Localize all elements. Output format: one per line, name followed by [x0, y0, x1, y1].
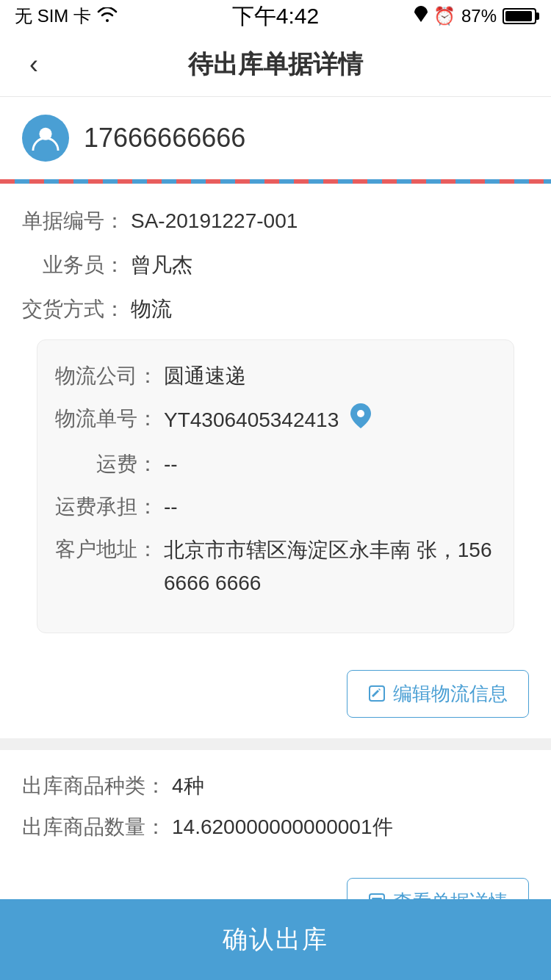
- delivery-method-value: 物流: [125, 294, 529, 325]
- back-button[interactable]: ‹: [22, 42, 46, 87]
- logistics-card: 物流公司： 圆通速递 物流单号： YT4306405342413 运费：: [37, 339, 514, 633]
- logistics-company-value: 圆通速递: [158, 361, 496, 392]
- confirm-button[interactable]: 确认出库: [0, 899, 551, 980]
- address-row: 客户地址： 北京市市辖区海淀区永丰南 张，156 6666 6666: [55, 534, 496, 600]
- sales-person-value: 曾凡杰: [125, 250, 529, 281]
- goods-types-row: 出库商品种类： 4种: [22, 772, 529, 800]
- section-divider: [0, 738, 551, 750]
- svg-point-1: [357, 410, 364, 417]
- customer-section: 17666666666: [0, 97, 551, 179]
- goods-quantity-row: 出库商品数量： 14.620000000000001件: [22, 813, 529, 841]
- carrier-text: 无 SIM 卡: [15, 4, 91, 28]
- tracking-no-label: 物流单号：: [55, 403, 158, 434]
- goods-types-label: 出库商品种类：: [22, 772, 166, 800]
- freight-bear-row: 运费承担： --: [55, 491, 496, 522]
- avatar: [22, 115, 69, 162]
- order-no-label: 单据编号：: [22, 206, 125, 237]
- tracking-no-row: 物流单号： YT4306405342413: [55, 403, 496, 437]
- status-bar-time: 下午4:42: [232, 1, 319, 32]
- order-info-section: 单据编号： SA-20191227-001 业务员： 曾凡杰 交货方式： 物流 …: [0, 184, 551, 655]
- alarm-icon: ⏰: [433, 6, 455, 26]
- delivery-method-row: 交货方式： 物流: [22, 294, 529, 325]
- order-no-row: 单据编号： SA-20191227-001: [22, 206, 529, 237]
- goods-quantity-value: 14.620000000000001件: [166, 813, 393, 841]
- logistics-company-label: 物流公司：: [55, 361, 158, 392]
- freight-value: --: [158, 449, 496, 480]
- freight-label: 运费：: [55, 449, 158, 480]
- status-bar-left: 无 SIM 卡: [15, 4, 118, 28]
- goods-types-value: 4种: [166, 772, 204, 800]
- goods-section: 出库商品种类： 4种 出库商品数量： 14.620000000000001件: [0, 750, 551, 863]
- edit-logistics-section: 编辑物流信息: [0, 655, 551, 738]
- tracking-location-icon[interactable]: [350, 403, 371, 437]
- wifi-icon: [97, 6, 118, 26]
- edit-icon: [368, 685, 386, 702]
- order-no-value: SA-20191227-001: [125, 206, 529, 237]
- nav-title: 待出库单据详情: [188, 48, 363, 82]
- tracking-no-value: YT4306405342413: [158, 403, 496, 437]
- logistics-company-row: 物流公司： 圆通速递: [55, 361, 496, 392]
- battery-text: 87%: [461, 6, 497, 26]
- delivery-method-label: 交货方式：: [22, 294, 125, 325]
- edit-logistics-label: 编辑物流信息: [393, 681, 508, 707]
- sales-person-label: 业务员：: [22, 250, 125, 281]
- customer-phone: 17666666666: [84, 123, 245, 154]
- tracking-number: YT4306405342413: [164, 405, 339, 436]
- freight-row: 运费： --: [55, 449, 496, 480]
- freight-bear-label: 运费承担：: [55, 491, 158, 522]
- location-icon: [414, 6, 428, 26]
- status-bar: 无 SIM 卡 下午4:42 ⏰ 87%: [0, 0, 551, 32]
- freight-bear-value: --: [158, 491, 496, 522]
- address-label: 客户地址：: [55, 534, 158, 565]
- goods-quantity-label: 出库商品数量：: [22, 813, 166, 841]
- nav-bar: ‹ 待出库单据详情: [0, 32, 551, 97]
- content: 17666666666 单据编号： SA-20191227-001 业务员： 曾…: [0, 97, 551, 980]
- battery-icon: [503, 8, 536, 24]
- status-bar-right: ⏰ 87%: [414, 6, 536, 26]
- sales-person-row: 业务员： 曾凡杰: [22, 250, 529, 281]
- address-value: 北京市市辖区海淀区永丰南 张，156 6666 6666: [158, 534, 496, 600]
- edit-logistics-button[interactable]: 编辑物流信息: [347, 670, 529, 718]
- confirm-button-label: 确认出库: [223, 923, 328, 956]
